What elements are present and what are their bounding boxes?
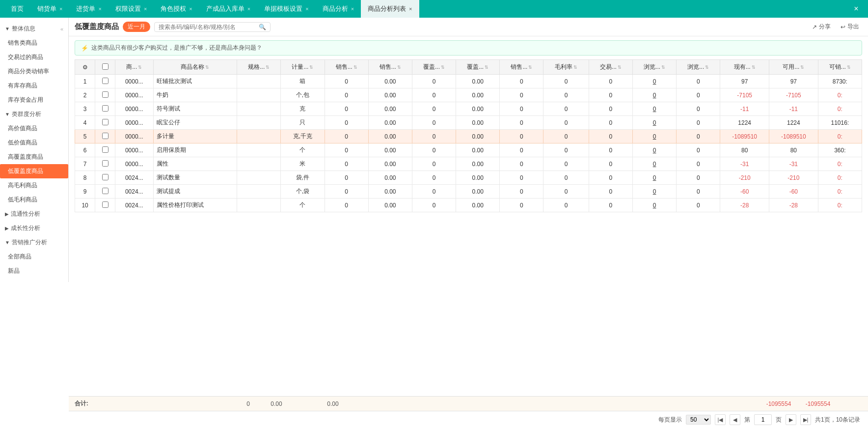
time-filter-button[interactable]: 近一月 <box>123 22 150 32</box>
row-select-checkbox[interactable] <box>102 188 108 194</box>
nav-item-product-analysis-list[interactable]: 商品分析列表 × <box>361 0 419 18</box>
close-icon[interactable]: × <box>351 6 354 12</box>
close-icon[interactable]: × <box>305 6 308 12</box>
nav-item-purchase[interactable]: 进货单 × <box>69 0 108 18</box>
sidebar-item-inventory-capital[interactable]: 库存资金占用 <box>0 93 68 107</box>
select-all-checkbox[interactable] <box>102 63 108 70</box>
close-icon[interactable]: × <box>98 6 101 12</box>
column-settings[interactable]: ⚙ <box>75 60 95 75</box>
row-checkbox[interactable] <box>95 171 115 185</box>
table-row: 9 0024... 测试提成 个,袋 0 0.00 0 0.00 0 0 0 0… <box>75 185 862 199</box>
nav-item-products-in[interactable]: 产成品入库单 × <box>199 0 257 18</box>
row-checkbox[interactable] <box>95 157 115 171</box>
nav-item-product-analysis[interactable]: 商品分析 × <box>316 0 361 18</box>
search-icon[interactable]: 🔍 <box>259 24 266 30</box>
row-select-checkbox[interactable] <box>102 119 108 125</box>
nav-item-home[interactable]: 首页 <box>4 0 30 18</box>
row-select-checkbox[interactable] <box>102 133 108 139</box>
column-name[interactable]: 商品名称⇅ <box>153 60 237 75</box>
close-icon[interactable]: × <box>144 6 147 12</box>
sidebar-section-growth[interactable]: ▶ 成长性分析 <box>0 221 68 235</box>
column-browse2[interactable]: 浏览...⇅ <box>677 60 720 75</box>
column-trade[interactable]: 交易...⇅ <box>589 60 632 75</box>
row-checkbox[interactable] <box>95 143 115 157</box>
row-spec <box>237 75 281 88</box>
next-page-button[interactable]: ▶ <box>786 414 796 425</box>
row-select-checkbox[interactable] <box>102 201 108 208</box>
column-sales-qty[interactable]: 销售...⇅ <box>325 60 368 75</box>
row-checkbox[interactable] <box>95 130 115 143</box>
close-icon[interactable]: × <box>409 6 412 12</box>
column-browse1[interactable]: 浏览...⇅ <box>632 60 676 75</box>
row-checkbox[interactable] <box>95 185 115 199</box>
sidebar-section-marketing[interactable]: ▼ 营销推广分析 <box>0 235 68 250</box>
search-input[interactable] <box>159 24 257 30</box>
row-browse1[interactable]: 0 <box>632 157 676 171</box>
close-icon[interactable]: × <box>59 6 62 12</box>
row-browse1[interactable]: 0 <box>632 75 676 88</box>
column-sales-stat[interactable]: 销售...⇅ <box>500 60 543 75</box>
row-browse1[interactable]: 0 <box>632 143 676 157</box>
row-browse1[interactable]: 0 <box>632 199 676 212</box>
sidebar-item-low-value[interactable]: 低价值商品 <box>0 136 68 150</box>
sidebar-item-traded-products[interactable]: 交易过的商品 <box>0 50 68 64</box>
row-browse1[interactable]: 0 <box>632 88 676 102</box>
column-saleable[interactable]: 可销...⇅ <box>818 60 862 75</box>
row-checkbox[interactable] <box>95 116 115 130</box>
nav-item-template-settings[interactable]: 单据模板设置 × <box>257 0 315 18</box>
row-select-checkbox[interactable] <box>102 91 108 98</box>
column-code[interactable]: 商...⇅ <box>115 60 153 75</box>
sidebar-item-low-coverage[interactable]: 低覆盖度商品 <box>0 164 68 178</box>
close-icon[interactable]: × <box>189 6 192 12</box>
row-checkbox[interactable] <box>95 75 115 88</box>
nav-item-roles[interactable]: 角色授权 × <box>154 0 199 18</box>
row-select-checkbox[interactable] <box>102 160 108 167</box>
row-select-checkbox[interactable] <box>102 78 108 84</box>
row-select-checkbox[interactable] <box>102 105 108 112</box>
column-gross-rate[interactable]: 毛利率⇅ <box>543 60 589 75</box>
page-number-input[interactable] <box>754 414 772 425</box>
sidebar-section-overall[interactable]: ▼ 整体信息 « <box>0 22 68 36</box>
collapse-icon[interactable]: « <box>60 26 63 32</box>
row-checkbox[interactable] <box>95 88 115 102</box>
prev-page-button[interactable]: ◀ <box>730 414 740 425</box>
row-checkbox[interactable] <box>95 102 115 116</box>
sidebar-section-flow[interactable]: ▶ 流通性分析 <box>0 207 68 221</box>
nav-item-sales[interactable]: 销货单 × <box>30 0 69 18</box>
share-button[interactable]: ↗ 分享 <box>809 22 834 32</box>
sidebar-item-high-coverage[interactable]: 高覆盖度商品 <box>0 150 68 164</box>
row-browse1[interactable]: 0 <box>632 130 676 143</box>
row-select-checkbox[interactable] <box>102 174 108 180</box>
column-current[interactable]: 现有...⇅ <box>720 60 769 75</box>
sidebar-item-category-turnover[interactable]: 商品分类动销率 <box>0 64 68 79</box>
column-unit[interactable]: 计量...⇅ <box>281 60 325 75</box>
column-coverage1[interactable]: 覆盖...⇅ <box>412 60 456 75</box>
row-browse1[interactable]: 0 <box>632 171 676 185</box>
sidebar-item-sales-products[interactable]: 销售类商品 <box>0 36 68 50</box>
sidebar-item-high-margin[interactable]: 高毛利商品 <box>0 178 68 193</box>
first-page-button[interactable]: |◀ <box>715 414 726 425</box>
row-checkbox[interactable] <box>95 199 115 212</box>
sidebar-item-in-stock-products[interactable]: 有库存商品 <box>0 79 68 93</box>
column-coverage2[interactable]: 覆盖...⇅ <box>456 60 500 75</box>
nav-close-button[interactable]: × <box>848 1 864 17</box>
sidebar-item-all-products[interactable]: 全部商品 <box>0 250 68 264</box>
row-browse1[interactable]: 0 <box>632 116 676 130</box>
sidebar-item-low-margin[interactable]: 低毛利商品 <box>0 193 68 207</box>
row-trade: 0 <box>589 171 632 185</box>
column-sales-amt[interactable]: 销售...⇅ <box>368 60 412 75</box>
row-browse1[interactable]: 0 <box>632 102 676 116</box>
footer-coverage2: 0.00 <box>318 400 348 407</box>
column-available[interactable]: 可用...⇅ <box>769 60 818 75</box>
row-browse1[interactable]: 0 <box>632 185 676 199</box>
page-size-select[interactable]: 50 20 100 <box>686 415 711 425</box>
column-spec[interactable]: 规格...⇅ <box>237 60 281 75</box>
close-icon[interactable]: × <box>247 6 250 12</box>
last-page-button[interactable]: ▶| <box>800 414 811 425</box>
row-select-checkbox[interactable] <box>102 146 108 153</box>
sidebar-item-high-value[interactable]: 高价值商品 <box>0 121 68 136</box>
nav-item-permissions[interactable]: 权限设置 × <box>108 0 154 18</box>
export-button[interactable]: ↩ 导出 <box>838 22 862 32</box>
sidebar-item-new-products[interactable]: 新品 <box>0 264 68 278</box>
sidebar-section-quality[interactable]: ▼ 类群度分析 <box>0 107 68 121</box>
